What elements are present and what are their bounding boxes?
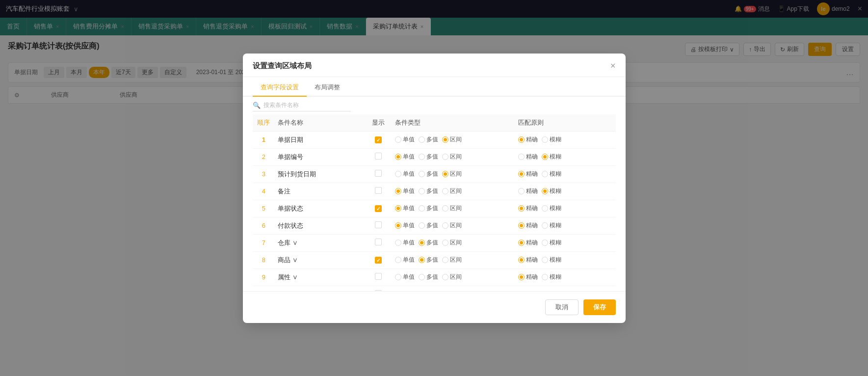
save-button[interactable]: 保存 <box>583 299 616 315</box>
row-name: 仓库 ∨ <box>275 234 364 251</box>
table-row: 9 属性 ∨ 单值 多值 区间 <box>253 269 616 286</box>
type-range[interactable]: 区间 <box>442 170 462 178</box>
match-exact[interactable]: 精确 <box>518 256 538 264</box>
row-show[interactable] <box>364 269 392 286</box>
match-exact[interactable]: 精确 <box>518 187 538 195</box>
type-multi[interactable]: 多值 <box>419 187 438 195</box>
type-multi[interactable]: 多值 <box>419 170 438 178</box>
dialog-close-button[interactable]: × <box>610 61 616 70</box>
type-range[interactable]: 区间 <box>442 256 462 264</box>
row-type: 单值 多值 区间 <box>392 200 515 217</box>
row-show[interactable] <box>364 183 392 200</box>
match-exact[interactable]: 精确 <box>518 273 538 281</box>
type-range[interactable]: 区间 <box>442 153 462 161</box>
row-show[interactable] <box>364 131 392 148</box>
row-name: 商品 ∨ <box>275 251 364 269</box>
col-header-match: 匹配原则 <box>515 114 616 132</box>
row-seq: 6 <box>253 217 275 234</box>
show-checkbox[interactable] <box>375 187 382 194</box>
search-icon: 🔍 <box>253 102 261 109</box>
match-fuzzy[interactable]: 模糊 <box>542 221 561 230</box>
row-show[interactable] <box>364 148 392 165</box>
radio-single <box>395 171 401 177</box>
type-single[interactable]: 单值 <box>395 170 415 178</box>
type-range[interactable]: 区间 <box>442 135 462 144</box>
dialog-header: 设置查询区域布局 × <box>243 54 626 77</box>
type-multi[interactable]: 多值 <box>419 239 438 247</box>
radio-fuzzy <box>542 171 548 177</box>
match-fuzzy[interactable]: 模糊 <box>542 135 561 144</box>
match-fuzzy[interactable]: 模糊 <box>542 187 561 195</box>
match-fuzzy[interactable]: 模糊 <box>542 153 561 161</box>
radio-exact <box>518 222 525 229</box>
type-range[interactable]: 区间 <box>442 221 462 230</box>
col-header-name: 条件名称 <box>275 114 364 132</box>
col-header-show: 显示 <box>364 114 392 132</box>
type-multi[interactable]: 多值 <box>419 153 438 161</box>
match-exact[interactable]: 精确 <box>518 221 538 230</box>
match-exact[interactable]: 精确 <box>518 239 538 247</box>
radio-range <box>442 136 448 143</box>
radio-multi <box>419 171 425 177</box>
cancel-button[interactable]: 取消 <box>545 299 579 315</box>
show-checkbox[interactable] <box>375 273 382 280</box>
dialog-tab-fields[interactable]: 查询字段设置 <box>253 79 307 97</box>
radio-exact <box>518 171 525 177</box>
match-exact[interactable]: 精确 <box>518 135 538 144</box>
type-single[interactable]: 单值 <box>395 135 415 144</box>
type-range[interactable]: 区间 <box>442 187 462 195</box>
show-checkbox[interactable] <box>375 239 382 245</box>
match-fuzzy[interactable]: 模糊 <box>542 170 561 178</box>
show-checkbox[interactable] <box>375 153 382 160</box>
type-single[interactable]: 单值 <box>395 221 415 230</box>
dialog-tab-layout[interactable]: 布局调整 <box>307 79 348 97</box>
row-show[interactable] <box>364 286 392 291</box>
row-show[interactable] <box>364 234 392 251</box>
type-multi[interactable]: 多值 <box>419 221 438 230</box>
type-single[interactable]: 单值 <box>395 187 415 195</box>
table-row: 2 单据编号 单值 多值 区间 <box>253 148 616 165</box>
type-single[interactable]: 单值 <box>395 256 415 264</box>
radio-exact <box>518 240 525 246</box>
type-multi[interactable]: 多值 <box>419 204 438 213</box>
type-single[interactable]: 单值 <box>395 239 415 247</box>
match-fuzzy[interactable]: 模糊 <box>542 273 561 281</box>
type-range[interactable]: 区间 <box>442 273 462 281</box>
type-single[interactable]: 单值 <box>395 204 415 213</box>
radio-exact <box>518 154 525 160</box>
row-show[interactable] <box>364 217 392 234</box>
type-single[interactable]: 单值 <box>395 273 415 281</box>
type-single[interactable]: 单值 <box>395 153 415 161</box>
match-exact[interactable]: 精确 <box>518 153 538 161</box>
match-fuzzy[interactable]: 模糊 <box>542 256 561 264</box>
match-radio-group: 精确 模糊 <box>518 135 613 144</box>
search-input[interactable] <box>263 102 342 108</box>
match-fuzzy[interactable]: 模糊 <box>542 239 561 247</box>
row-show[interactable] <box>364 165 392 183</box>
match-fuzzy[interactable]: 模糊 <box>542 204 561 213</box>
show-checkbox[interactable] <box>375 221 382 228</box>
type-range[interactable]: 区间 <box>442 204 462 213</box>
row-name: 备注 <box>275 183 364 200</box>
show-checkbox[interactable] <box>375 257 382 264</box>
type-multi[interactable]: 多值 <box>419 256 438 264</box>
row-type: 单值 多值 区间 <box>392 165 515 183</box>
show-checkbox[interactable] <box>375 170 382 177</box>
type-multi[interactable]: 多值 <box>419 135 438 144</box>
radio-fuzzy <box>542 205 548 212</box>
type-multi[interactable]: 多值 <box>419 273 438 281</box>
row-name: 有无商品图片 <box>275 286 364 291</box>
show-checkbox[interactable] <box>375 136 382 143</box>
dialog-title: 设置查询区域布局 <box>253 61 312 71</box>
show-checkbox[interactable] <box>375 205 382 212</box>
match-exact[interactable]: 精确 <box>518 204 538 213</box>
match-exact[interactable]: 精确 <box>518 170 538 178</box>
type-range[interactable]: 区间 <box>442 239 462 247</box>
table-row: 1 单据日期 单值 多值 区间 <box>253 131 616 148</box>
row-show[interactable] <box>364 251 392 269</box>
row-show[interactable] <box>364 200 392 217</box>
match-radio-group: 精确 模糊 <box>518 170 613 178</box>
modal-overlay[interactable]: 设置查询区域布局 × 查询字段设置 布局调整 🔍 顺序 条件名称 显示 <box>0 0 868 376</box>
radio-fuzzy <box>542 222 548 229</box>
row-match: 精确 模糊 <box>515 148 616 165</box>
